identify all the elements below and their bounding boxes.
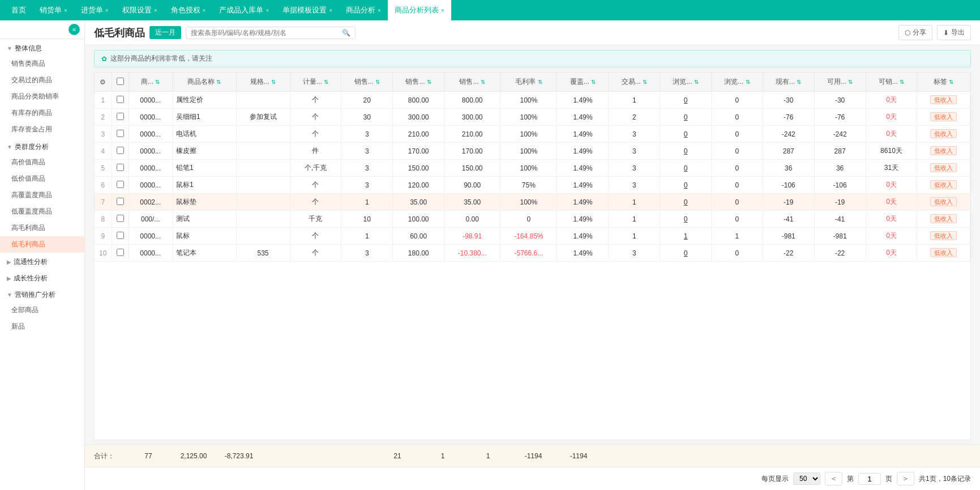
nav-product-analysis-list[interactable]: 商品分析列表× [388,0,451,20]
row-checkbox[interactable] [112,109,129,126]
row-sales-price: 170.00 [393,143,444,160]
row-name: 鼠标 [172,228,236,245]
table-footer: 合计： 77 2,125.00 -8,723.91 21 1 1 -1194 -… [85,445,980,467]
col-coverage[interactable]: 覆盖... ⇅ [557,73,609,92]
col-code[interactable]: 商... ⇅ [129,73,172,92]
row-checkbox[interactable] [112,160,129,177]
sidebar-group-growth[interactable]: ▶ 成长性分析 [0,269,84,286]
col-settings[interactable]: ⚙ [95,73,112,92]
row-sales-qty: 3 [341,160,393,177]
prev-page-button[interactable]: ＜ [825,472,842,485]
col-name[interactable]: 商品名称 ⇅ [172,73,236,92]
period-button[interactable]: 近一月 [149,26,181,39]
col-current-stock[interactable]: 现有... ⇅ [763,73,814,92]
table-row: 9 0000... 鼠标 个 1 60.00 -98.91 -164.85% 1… [95,228,970,245]
sidebar-item-high-coverage[interactable]: 高覆盖度商品 [0,187,84,203]
table-row: 2 0000... 吴细细1 参加复试 个 30 300.00 300.00 1… [95,109,970,126]
row-view1[interactable]: 1 [660,228,712,245]
share-button[interactable]: ⬡ 分享 [898,25,932,40]
table-row: 1 0000... 属性定价 个 20 800.00 800.00 100% 1… [95,92,970,109]
col-saleable[interactable]: 可销... ⇅ [866,73,917,92]
row-saleable: 0天 [866,177,917,194]
row-view2: 0 [712,194,763,211]
col-tag[interactable]: 标签 ⇅ [917,73,970,92]
sidebar-item-stocked-products[interactable]: 有库存的商品 [0,105,84,121]
row-checkbox[interactable] [112,228,129,245]
nav-product-entry[interactable]: 产成品入库单× [212,0,276,20]
sidebar-item-all-products[interactable]: 全部商品 [0,302,84,318]
row-sales-price: 35.00 [393,194,444,211]
col-view2[interactable]: 浏览... ⇅ [712,73,763,92]
row-code: 0000... [129,92,172,109]
nav-product-analysis[interactable]: 商品分析× [339,0,388,20]
col-view1[interactable]: 浏览... ⇅ [660,73,712,92]
row-unit: 件 [290,143,341,160]
col-spec[interactable]: 规格... ⇅ [236,73,290,92]
sidebar-group-marketing[interactable]: ▼ 营销推广分析 [0,286,84,302]
page-number-input[interactable] [858,473,881,485]
row-view2: 0 [712,245,763,262]
row-view1[interactable]: 0 [660,177,712,194]
col-sales-qty[interactable]: 销售... ⇅ [341,73,393,92]
row-sales-profit: 300.00 [444,109,500,126]
row-view1[interactable]: 0 [660,194,712,211]
row-view1[interactable]: 0 [660,109,712,126]
row-checkbox[interactable] [112,92,129,109]
row-checkbox[interactable] [112,245,129,262]
sidebar-collapse-btn[interactable]: « [69,24,80,35]
row-view1[interactable]: 0 [660,245,712,262]
nav-template[interactable]: 单据模板设置× [276,0,339,20]
sidebar-item-low-margin[interactable]: 低毛利商品 [0,236,84,253]
row-checkbox[interactable] [112,211,129,228]
col-margin[interactable]: 毛利率 ⇅ [500,73,557,92]
sidebar: « ▼ 整体信息 销售类商品 交易过的商品 商品分类助销率 有库存的商品 库存资… [0,20,85,490]
row-spec [236,194,290,211]
nav-permission[interactable]: 权限设置× [115,0,164,20]
export-button[interactable]: ⬇ 导出 [937,25,971,40]
row-checkbox[interactable] [112,194,129,211]
page-size-select[interactable]: 50 [793,472,820,485]
sidebar-item-low-value[interactable]: 低价值商品 [0,171,84,187]
row-view1[interactable]: 0 [660,143,712,160]
sidebar-item-sales-products[interactable]: 销售类商品 [0,56,84,72]
sidebar-group-cluster[interactable]: ▼ 类群度分析 [0,138,84,154]
row-checkbox[interactable] [112,143,129,160]
row-checkbox[interactable] [112,177,129,194]
sidebar-item-high-margin[interactable]: 高毛利商品 [0,220,84,236]
sidebar-item-inventory-funds[interactable]: 库存资金占用 [0,121,84,138]
select-all-checkbox[interactable] [117,78,124,85]
col-transaction[interactable]: 交易... ⇅ [609,73,660,92]
row-view1[interactable]: 0 [660,126,712,143]
nav-sales[interactable]: 销货单× [33,0,74,20]
footer-label: 合计： [94,451,114,461]
row-checkbox[interactable] [112,126,129,143]
col-sales-price[interactable]: 销售... ⇅ [393,73,444,92]
sidebar-item-traded-products[interactable]: 交易过的商品 [0,72,84,88]
sidebar-item-high-value[interactable]: 高价值商品 [0,154,84,171]
col-unit[interactable]: 计量... ⇅ [290,73,341,92]
footer-sales-price: 2,125.00 [171,450,216,462]
col-available[interactable]: 可用... ⇅ [814,73,866,92]
search-icon[interactable]: 🔍 [342,29,350,37]
search-input[interactable] [191,29,340,37]
row-view1[interactable]: 0 [660,211,712,228]
row-code: 0000... [129,143,172,160]
page-title: 低毛利商品 [94,26,145,40]
row-unit: 个 [290,177,341,194]
nav-purchase[interactable]: 进货单× [74,0,115,20]
next-page-button[interactable]: ＞ [897,472,914,485]
row-sales-qty: 3 [341,245,393,262]
col-sales-profit[interactable]: 销售... ⇅ [444,73,500,92]
nav-home[interactable]: 首页 [5,0,33,20]
row-view1[interactable]: 0 [660,92,712,109]
notice-text: 这部分商品的利润非常低，请关注 [110,54,212,63]
sidebar-item-new-products[interactable]: 新品 [0,318,84,335]
row-view1[interactable]: 0 [660,160,712,177]
row-tag: 低收入 [917,92,970,109]
sidebar-group-overall[interactable]: ▼ 整体信息 [0,39,84,56]
sidebar-group-circulation[interactable]: ▶ 流通性分析 [0,253,84,269]
nav-role[interactable]: 角色授权× [164,0,213,20]
sidebar-item-category-sales-rate[interactable]: 商品分类助销率 [0,88,84,105]
row-coverage: 1.49% [557,228,609,245]
sidebar-item-low-coverage[interactable]: 低覆盖度商品 [0,203,84,220]
